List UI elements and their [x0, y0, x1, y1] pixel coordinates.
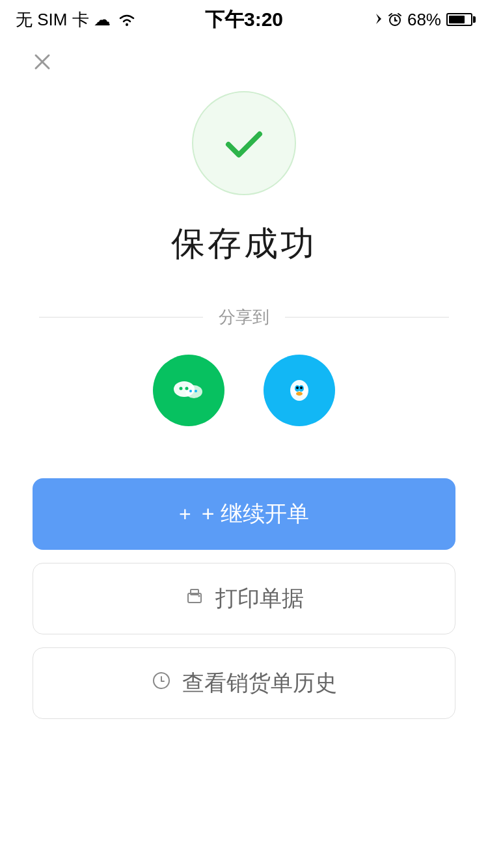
print-label: 打印单据: [215, 584, 304, 614]
continue-button[interactable]: + + 继续开单: [33, 478, 455, 550]
continue-label: + 继续开单: [202, 499, 309, 529]
success-title: 保存成功: [171, 221, 317, 267]
share-icons-row: [153, 355, 335, 426]
print-icon: [184, 586, 205, 612]
sim-status: 无 SIM 卡 ☁: [16, 8, 111, 31]
battery-icon: [446, 13, 472, 26]
divider-line-right: [285, 317, 449, 318]
history-label: 查看销货单历史: [182, 668, 337, 698]
plus-icon: +: [179, 502, 191, 526]
main-content: 保存成功 分享到: [0, 39, 488, 719]
svg-point-16: [300, 387, 303, 389]
close-button[interactable]: [26, 46, 59, 78]
svg-point-0: [126, 23, 128, 26]
svg-point-6: [180, 387, 183, 390]
svg-rect-20: [191, 597, 198, 601]
svg-point-7: [185, 387, 189, 390]
svg-point-8: [189, 390, 192, 392]
svg-point-21: [198, 595, 200, 597]
share-divider: 分享到: [0, 306, 488, 329]
qq-icon: [280, 371, 319, 410]
history-button[interactable]: 查看销货单历史: [33, 647, 455, 719]
battery-percent: 68%: [407, 10, 441, 30]
wechat-icon: [169, 371, 208, 410]
success-icon-circle: [192, 91, 296, 195]
svg-point-15: [296, 387, 299, 389]
status-bar-time: 下午3:20: [205, 7, 283, 33]
action-buttons: + + 继续开单 打印单据 查看销货单历史: [0, 478, 488, 719]
checkmark-icon: [218, 117, 270, 169]
status-bar-right: 68%: [370, 10, 472, 30]
wifi-icon: [117, 12, 137, 27]
svg-point-5: [185, 385, 202, 398]
divider-line-left: [39, 317, 203, 318]
location-icon: [370, 12, 383, 27]
share-label: 分享到: [203, 306, 285, 329]
wechat-share-button[interactable]: [153, 355, 224, 426]
alarm-icon: [388, 12, 402, 27]
history-icon: [151, 670, 172, 696]
svg-point-9: [195, 390, 197, 392]
status-bar-left: 无 SIM 卡 ☁: [16, 8, 137, 31]
svg-point-17: [296, 392, 303, 396]
status-bar: 无 SIM 卡 ☁ 下午3:20 68%: [0, 0, 488, 39]
print-button[interactable]: 打印单据: [33, 563, 455, 634]
qq-share-button[interactable]: [264, 355, 335, 426]
